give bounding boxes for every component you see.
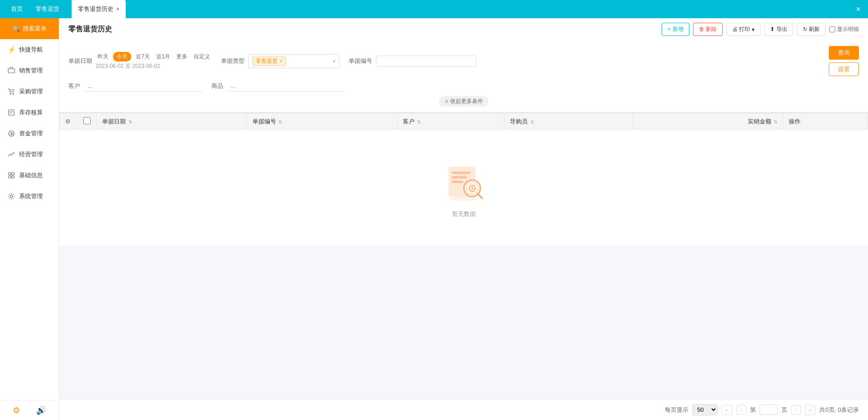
doc-type-remove[interactable]: × bbox=[279, 58, 282, 64]
prev-page-button[interactable]: ‹ bbox=[736, 405, 746, 415]
volume-icon[interactable]: 🔊 bbox=[36, 405, 46, 415]
search-icon: 🔍 bbox=[13, 26, 20, 32]
svg-point-9 bbox=[10, 195, 13, 198]
tab-retail-return[interactable]: 零售退货 × bbox=[29, 0, 72, 18]
sidebar-search-label: 搜索菜单 bbox=[23, 25, 46, 33]
sidebar-item-purchase[interactable]: 采购管理 bbox=[0, 81, 59, 102]
tab-retail-return-close[interactable]: × bbox=[62, 6, 65, 12]
display-detail-checkbox-label[interactable]: 显示明细 bbox=[829, 26, 859, 33]
sidebar: 🔍 搜索菜单 ⚡ 快捷导航 销售管理 采购管理 库存核算 bbox=[0, 18, 59, 420]
customer-filter: 客户 bbox=[68, 81, 202, 92]
svg-point-10 bbox=[450, 197, 477, 201]
table-settings-icon[interactable]: ⚙ bbox=[65, 118, 71, 125]
query-button[interactable]: 查询 bbox=[829, 46, 859, 60]
date-opt-custom[interactable]: 自定义 bbox=[192, 52, 212, 61]
sidebar-item-sales-label: 销售管理 bbox=[19, 67, 43, 75]
col-amount-sort[interactable]: ⇅ bbox=[774, 119, 777, 124]
first-page-button[interactable]: « bbox=[721, 405, 733, 415]
date-opt-today[interactable]: 今天 bbox=[113, 52, 131, 61]
sidebar-item-inventory-label: 库存核算 bbox=[19, 108, 43, 117]
tab-home-label: 首页 bbox=[11, 5, 23, 13]
collapse-button[interactable]: ∧ 收起更多条件 bbox=[439, 96, 488, 107]
tab-home[interactable]: 首页 bbox=[5, 0, 29, 18]
window-close-button[interactable]: × bbox=[856, 5, 861, 14]
collapse-row: ∧ 收起更多条件 bbox=[68, 96, 859, 107]
svg-rect-12 bbox=[452, 172, 471, 174]
empty-icon bbox=[441, 157, 487, 203]
content-area: 零售退货历史 + 新增 🗑 删除 🖨 打印 ▾ ⬆ 导出 ↻ 刷新 显示明细 bbox=[59, 18, 868, 420]
sidebar-item-inventory[interactable]: 库存核算 bbox=[0, 102, 59, 123]
date-options: 昨天 今天 近7天 近1月 更多 自定义 bbox=[96, 52, 212, 61]
quick-nav-icon: ⚡ bbox=[7, 46, 15, 54]
settings-icon[interactable]: ⚙ bbox=[13, 405, 20, 415]
set-button[interactable]: 设置 bbox=[829, 62, 859, 76]
sidebar-item-finance[interactable]: 资金管理 bbox=[0, 123, 59, 144]
doc-type-selector[interactable]: 零售退货 × ▾ bbox=[248, 54, 339, 68]
display-detail-checkbox[interactable] bbox=[829, 26, 835, 32]
table-header-amount: 实销金额 ⇅ bbox=[633, 113, 783, 130]
col-customer-sort[interactable]: ⇅ bbox=[417, 119, 421, 124]
refresh-button[interactable]: ↻ 刷新 bbox=[797, 23, 826, 36]
select-all-checkbox[interactable] bbox=[83, 117, 91, 124]
date-filter: 单据日期 昨天 今天 近7天 近1月 更多 自定义 2023-06-02 至 2… bbox=[68, 52, 212, 70]
purchase-icon bbox=[7, 87, 15, 96]
goods-input[interactable] bbox=[227, 81, 345, 92]
col-doc-number-sort[interactable]: ⇅ bbox=[278, 119, 282, 124]
svg-line-17 bbox=[478, 194, 482, 198]
last-page-button[interactable]: » bbox=[805, 405, 816, 415]
table-header-customer: 客户 ⇅ bbox=[397, 113, 504, 130]
svg-rect-13 bbox=[452, 176, 467, 179]
tab-retail-return-history[interactable]: 零售退货历史 × bbox=[72, 0, 126, 18]
table-header-doc-number: 单据编号 ⇅ bbox=[247, 113, 397, 130]
sidebar-item-sales[interactable]: 销售管理 bbox=[0, 60, 59, 81]
sidebar-item-basic-info[interactable]: 基础信息 bbox=[0, 165, 59, 186]
date-opt-more[interactable]: 更多 bbox=[175, 52, 189, 61]
export-button[interactable]: ⬆ 导出 bbox=[764, 23, 793, 36]
col-guide-sort[interactable]: ⇅ bbox=[530, 119, 534, 124]
sidebar-item-operations[interactable]: 经营管理 bbox=[0, 144, 59, 165]
customer-label: 客户 bbox=[68, 82, 80, 90]
basic-info-icon bbox=[7, 171, 15, 179]
tab-retail-return-label: 零售退货 bbox=[36, 5, 59, 13]
page-number-input[interactable]: 1 bbox=[760, 405, 778, 415]
table-header-action: 操作 bbox=[783, 113, 868, 130]
customer-input[interactable] bbox=[84, 81, 202, 92]
svg-rect-7 bbox=[9, 176, 11, 178]
svg-rect-6 bbox=[12, 173, 14, 175]
new-button[interactable]: + 新增 bbox=[662, 23, 689, 36]
sidebar-item-basic-info-label: 基础信息 bbox=[19, 171, 43, 179]
sidebar-item-system[interactable]: 系统管理 bbox=[0, 186, 59, 207]
date-options-group: 昨天 今天 近7天 近1月 更多 自定义 2023-06-02 至 2023-0… bbox=[96, 52, 212, 70]
operations-icon bbox=[7, 150, 15, 159]
next-page-button[interactable]: › bbox=[791, 405, 801, 415]
svg-point-2 bbox=[13, 93, 14, 94]
doc-number-filter: 单据编号 bbox=[349, 56, 476, 67]
col-doc-number-label: 单据编号 bbox=[252, 118, 276, 125]
sidebar-search[interactable]: 🔍 搜索菜单 bbox=[0, 18, 59, 39]
sidebar-item-purchase-label: 采购管理 bbox=[19, 87, 43, 96]
doc-number-input[interactable] bbox=[376, 56, 476, 67]
col-customer-label: 客户 bbox=[403, 118, 415, 125]
page-word-label: 第 bbox=[750, 406, 756, 414]
delete-button[interactable]: 🗑 删除 bbox=[693, 23, 723, 36]
sales-icon bbox=[7, 67, 15, 75]
sidebar-item-quick-nav[interactable]: ⚡ 快捷导航 bbox=[0, 39, 59, 60]
per-page-select[interactable]: 10 20 50 100 bbox=[692, 404, 718, 415]
goods-filter: 商品 bbox=[211, 81, 345, 92]
tab-retail-return-history-close[interactable]: × bbox=[116, 6, 119, 12]
sidebar-item-operations-label: 经营管理 bbox=[19, 150, 43, 159]
date-opt-yesterday[interactable]: 昨天 bbox=[96, 52, 110, 61]
date-opt-7days[interactable]: 近7天 bbox=[134, 52, 152, 61]
svg-rect-8 bbox=[12, 176, 14, 178]
sidebar-bottom: ⚙ 🔊 bbox=[0, 400, 59, 420]
date-opt-1month[interactable]: 近1月 bbox=[154, 52, 172, 61]
empty-state-cell: 暂无数据 bbox=[60, 130, 868, 246]
top-bar-right: × bbox=[851, 5, 868, 14]
print-button[interactable]: 🖨 打印 ▾ bbox=[726, 23, 760, 36]
system-icon bbox=[7, 192, 15, 200]
empty-text: 暂无数据 bbox=[452, 210, 476, 218]
col-doc-date-sort[interactable]: ⇅ bbox=[128, 119, 132, 124]
page-total: 共0页, 0条记录 bbox=[819, 406, 859, 414]
data-table: ⚙ 单据日期 ⇅ 单据编号 ⇅ bbox=[59, 113, 868, 246]
doc-number-label: 单据编号 bbox=[349, 57, 372, 65]
